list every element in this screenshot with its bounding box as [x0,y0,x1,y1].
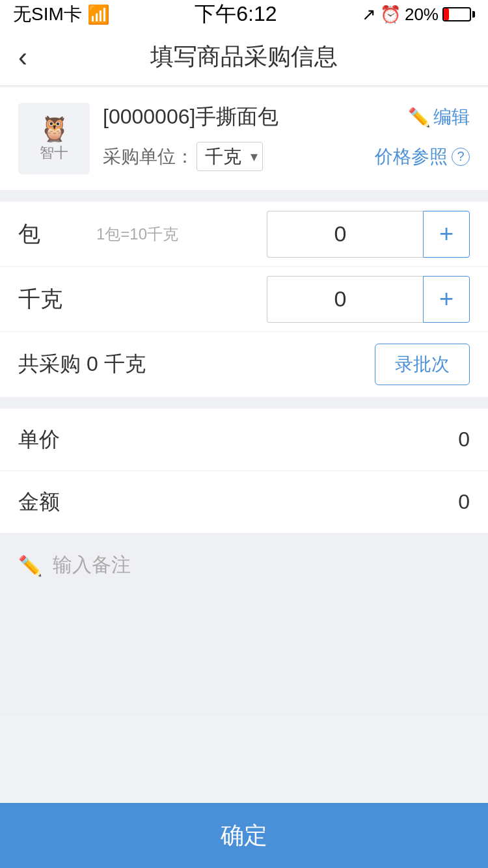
amount-row: 金额 0 [0,471,488,534]
status-left: 无SIM卡 📶 [13,2,110,27]
edit-button[interactable]: ✏️ 编辑 [408,105,470,129]
summary-text: 共采购 0 千克 [18,350,146,379]
page-title: 填写商品采购信息 [150,41,338,73]
bag-input[interactable] [267,211,423,258]
battery-indicator [442,7,475,21]
bag-row: 包 1包=10千克 + [0,202,488,267]
bag-sublabel: 1包=10千克 [96,224,178,245]
price-ref-label: 价格参照 [375,144,448,169]
product-unit-row: 采购单位： 千克 价格参照 ? [103,142,470,171]
product-section: 🦉 智十 [0000006]手撕面包 ✏️ 编辑 采购单位： 千克 价格参照 ? [0,87,488,190]
kg-input-group: + [94,276,470,323]
product-name: [0000006]手撕面包 [103,103,278,131]
product-info: [0000006]手撕面包 ✏️ 编辑 采购单位： 千克 价格参照 ? [103,103,470,171]
wifi-icon: 📶 [87,4,110,25]
kg-label: 千克 [18,284,83,314]
battery-percent: 20% [405,5,439,25]
location-icon: ↗ [362,5,376,25]
kg-input[interactable] [267,276,423,323]
summary-row: 共采购 0 千克 录批次 [0,332,488,397]
confirm-button[interactable]: 确定 [0,803,488,868]
pencil-icon: ✏️ [18,554,42,577]
unit-label: 采购单位： [103,144,194,169]
help-icon: ? [452,148,470,166]
product-logo-icon: 🦉 [39,115,70,143]
amount-value: 0 [458,490,470,514]
time-label: 下午6:12 [195,0,277,29]
section-divider-1 [0,190,488,202]
kg-plus-button[interactable]: + [423,276,470,323]
kg-row: 千克 + [0,267,488,332]
info-section: 单价 0 金额 0 [0,409,488,534]
remark-section[interactable]: ✏️ 输入备注 [0,534,488,716]
back-button[interactable]: ‹ [18,42,27,73]
remark-placeholder: 输入备注 [53,552,131,578]
bag-plus-button[interactable]: + [423,211,470,258]
form-section: 包 1包=10千克 + 千克 + 共采购 0 千克 录批次 [0,202,488,397]
amount-label: 金额 [18,488,60,517]
status-bar: 无SIM卡 📶 下午6:12 ↗ ⏰ 20% [0,0,488,29]
product-image: 🦉 智十 [18,103,90,174]
price-ref-button[interactable]: 价格参照 ? [375,144,470,169]
status-right: ↗ ⏰ 20% [362,5,475,25]
price-row: 单价 0 [0,409,488,471]
alarm-icon: ⏰ [380,5,401,25]
product-logo-text: 智十 [40,143,68,163]
bag-label: 包 [18,219,83,249]
price-value: 0 [458,427,470,452]
price-label: 单价 [18,426,60,454]
unit-select[interactable]: 千克 [197,142,263,171]
section-divider-2 [0,397,488,409]
edit-icon: ✏️ [408,107,431,128]
product-header: [0000006]手撕面包 ✏️ 编辑 [103,103,470,131]
nav-bar: ‹ 填写商品采购信息 [0,29,488,86]
bag-input-group: + [189,211,470,258]
unit-select-wrapper[interactable]: 千克 [197,142,263,171]
record-batch-button[interactable]: 录批次 [375,344,470,385]
carrier-label: 无SIM卡 [13,2,82,27]
